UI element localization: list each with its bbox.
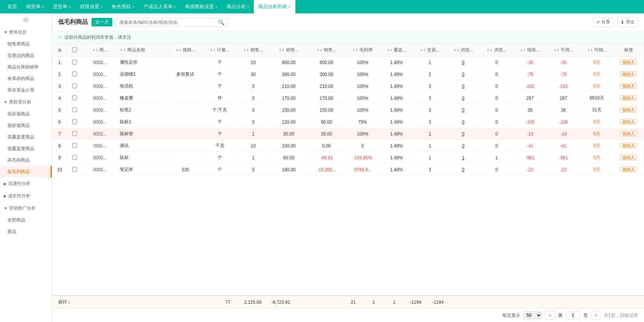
- sidebar-item-low-value[interactable]: 低价值商品: [0, 120, 52, 131]
- nav-item-permission[interactable]: 权限设置 ×: [76, 0, 107, 13]
- cell-view1[interactable]: 0: [446, 92, 480, 104]
- page-input[interactable]: [565, 312, 580, 319]
- th-checkbox[interactable]: [67, 44, 83, 57]
- nav-item-home[interactable]: 首页: [3, 0, 22, 13]
- th-unit[interactable]: ⬆⬇ 计量...: [203, 44, 237, 57]
- row-checkbox[interactable]: [72, 95, 77, 100]
- cell-name[interactable]: 鼠标垫: [118, 128, 168, 140]
- cell-name[interactable]: 属性定价: [118, 57, 168, 68]
- cell-name[interactable]: 鼠标1: [118, 116, 168, 128]
- sidebar-item-high-coverage[interactable]: 高覆盖度商品: [0, 131, 52, 143]
- cell-checkbox[interactable]: [67, 80, 83, 92]
- row-checkbox[interactable]: [72, 167, 77, 172]
- sidebar-item-all-goods[interactable]: 全部商品: [0, 214, 52, 226]
- row-checkbox[interactable]: [72, 131, 77, 136]
- nav-item-role[interactable]: 角色授权 ×: [107, 0, 139, 13]
- sidebar-group-circulation[interactable]: ▶ 流通性分析: [0, 178, 52, 190]
- cell-view1[interactable]: 0: [446, 140, 480, 152]
- row-checkbox[interactable]: [72, 155, 77, 160]
- select-all-checkbox[interactable]: [72, 47, 77, 52]
- th-code[interactable]: ⬆⬇ 商...: [82, 44, 118, 57]
- sidebar-item-low-coverage[interactable]: 低覆盖度商品: [0, 143, 52, 154]
- prev-page-button[interactable]: ＜: [545, 311, 555, 320]
- share-button[interactable]: ↗ 分享: [593, 17, 613, 27]
- gear-icon[interactable]: ⚙: [58, 48, 62, 53]
- cell-checkbox[interactable]: [67, 92, 83, 104]
- nav-item-purchase[interactable]: 进货单 ×: [48, 0, 75, 13]
- cell-view1[interactable]: 0: [446, 116, 480, 128]
- sidebar-item-new-goods[interactable]: 新品: [0, 226, 52, 237]
- nav-close-role[interactable]: ×: [132, 4, 134, 9]
- next-page-button[interactable]: ＞: [591, 311, 601, 320]
- cell-name[interactable]: 鼠标: [118, 152, 168, 164]
- th-sales-price[interactable]: ⬆⬇ 销售...: [270, 44, 307, 57]
- th-view1[interactable]: ⬆⬇ 浏览...: [446, 44, 480, 57]
- cell-checkbox[interactable]: [67, 104, 83, 116]
- th-view2[interactable]: ⬆⬇ 浏览...: [480, 44, 513, 57]
- sidebar-group-overall[interactable]: ▼ 整体信息: [0, 26, 52, 38]
- cell-name[interactable]: 铅笔1: [118, 104, 168, 116]
- nav-close-purchase[interactable]: ×: [68, 4, 71, 9]
- th-spec[interactable]: ⬆⬇ 规格...: [168, 44, 203, 57]
- sidebar-item-category-rate[interactable]: 商品分类助销率: [0, 61, 52, 73]
- row-checkbox[interactable]: [72, 107, 77, 112]
- row-checkbox[interactable]: [72, 83, 77, 88]
- sidebar-item-high-value[interactable]: 高价值商品: [0, 108, 52, 120]
- th-saleable[interactable]: ⬆⬇ 可销...: [580, 44, 613, 57]
- th-gear[interactable]: ⚙: [52, 44, 67, 57]
- per-page-select[interactable]: 50 20 100: [523, 311, 542, 319]
- cell-view1[interactable]: 1: [446, 152, 480, 164]
- th-gross-rate[interactable]: ⬆⬇ 毛利率: [345, 44, 379, 57]
- cell-view1[interactable]: 0: [446, 68, 480, 80]
- nav-close-goods-analysis[interactable]: ×: [247, 4, 249, 9]
- nav-item-goods-list[interactable]: 商品分析列表 ×: [254, 0, 295, 13]
- sidebar-group-growth[interactable]: ▶ 成长性分析: [0, 190, 52, 202]
- th-name[interactable]: ⬆⬇ 商品名称: [118, 44, 168, 57]
- sidebar-group-cluster[interactable]: ▼ 类群度分析: [0, 96, 52, 108]
- time-filter-button[interactable]: 近一月: [92, 18, 112, 26]
- export-button[interactable]: ⬇ 导出: [617, 17, 638, 27]
- nav-item-product-in[interactable]: 产成品入库单 ×: [139, 0, 180, 13]
- cell-checkbox[interactable]: [67, 116, 83, 128]
- th-current-stock[interactable]: ⬆⬇ 现有...: [513, 44, 547, 57]
- row-checkbox[interactable]: [72, 71, 77, 76]
- nav-item-sales[interactable]: 销货单 ×: [22, 0, 48, 13]
- cell-checkbox[interactable]: [67, 68, 83, 80]
- sidebar-group-marketing[interactable]: ▼ 营销推广分析: [0, 202, 52, 214]
- row-checkbox[interactable]: [72, 143, 77, 148]
- sidebar-item-traded-goods[interactable]: 交易过的商品: [0, 50, 52, 61]
- cell-checkbox[interactable]: [67, 140, 83, 152]
- th-trade-cnt[interactable]: ⬆⬇ 交易...: [413, 44, 447, 57]
- cell-checkbox[interactable]: [67, 152, 83, 164]
- cell-name[interactable]: 吴细细1: [118, 68, 168, 80]
- row-checkbox[interactable]: [72, 60, 77, 64]
- nav-close-sales[interactable]: ×: [42, 4, 44, 9]
- nav-close-product-in[interactable]: ×: [174, 4, 176, 9]
- cell-view1[interactable]: 0: [446, 80, 480, 92]
- cell-checkbox[interactable]: [67, 128, 83, 140]
- th-tag[interactable]: 标签: [613, 44, 644, 57]
- cell-checkbox[interactable]: [67, 57, 83, 68]
- search-icon[interactable]: 🔍: [218, 19, 224, 25]
- nav-item-goods-analysis[interactable]: 商品分析 ×: [222, 0, 254, 13]
- th-sales-qty[interactable]: ⬆⬇ 销售...: [237, 44, 270, 57]
- cell-checkbox[interactable]: [67, 164, 83, 176]
- search-input[interactable]: [119, 20, 218, 25]
- sidebar-collapse-btn[interactable]: «: [23, 16, 29, 23]
- cell-name[interactable]: 测试: [118, 140, 168, 152]
- nav-close-permission[interactable]: ×: [100, 4, 103, 9]
- cell-name[interactable]: 笔记本: [118, 164, 168, 176]
- th-available[interactable]: ⬆⬇ 可用...: [547, 44, 580, 57]
- cell-view1[interactable]: 0: [446, 128, 480, 140]
- cell-name[interactable]: 橡皮擦: [118, 92, 168, 104]
- th-sales-gross[interactable]: ⬆⬇ 销售...: [308, 44, 345, 57]
- cell-name[interactable]: 电话机: [118, 80, 168, 92]
- sidebar-item-sales-goods[interactable]: 销售类商品: [0, 38, 52, 50]
- sidebar-item-low-margin[interactable]: 低毛利商品: [0, 166, 52, 178]
- cell-view1[interactable]: 0: [446, 104, 480, 116]
- nav-close-goods-list[interactable]: ×: [288, 4, 291, 9]
- sidebar-item-in-stock[interactable]: 有库存的商品: [0, 73, 52, 85]
- th-coverage[interactable]: ⬆⬇ 覆盖...: [380, 44, 413, 57]
- cell-view1[interactable]: 0: [446, 164, 480, 176]
- sidebar-item-high-margin[interactable]: 高毛利商品: [0, 154, 52, 166]
